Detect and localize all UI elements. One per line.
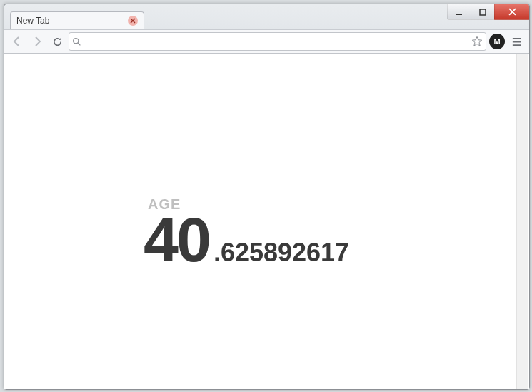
star-icon xyxy=(471,36,483,47)
back-button[interactable] xyxy=(9,33,26,50)
forward-button[interactable] xyxy=(29,33,46,50)
reload-button[interactable] xyxy=(49,33,66,50)
search-icon xyxy=(72,37,81,46)
browser-window: New Tab M xyxy=(4,4,530,390)
age-display: AGE 40 .625892617 xyxy=(144,196,349,271)
menu-button[interactable] xyxy=(508,33,525,50)
avatar-letter: M xyxy=(493,37,500,46)
browser-tab[interactable]: New Tab xyxy=(10,11,144,29)
tab-close-button[interactable] xyxy=(128,16,138,26)
age-value: 40 .625892617 xyxy=(144,208,349,271)
page-content: AGE 40 .625892617 xyxy=(4,54,529,389)
browser-toolbar: M xyxy=(4,29,529,54)
age-fraction: .625892617 xyxy=(214,238,349,268)
svg-point-2 xyxy=(74,38,79,43)
arrow-left-icon xyxy=(11,36,23,47)
profile-avatar[interactable]: M xyxy=(489,34,505,49)
address-input[interactable] xyxy=(84,34,466,49)
tab-strip: New Tab xyxy=(4,4,529,29)
bookmark-button[interactable] xyxy=(471,36,483,47)
close-icon xyxy=(130,18,136,24)
arrow-right-icon xyxy=(31,36,43,47)
tab-title: New Tab xyxy=(16,16,49,26)
reload-icon xyxy=(52,36,63,47)
age-integer: 40 xyxy=(144,208,209,271)
hamburger-icon xyxy=(511,36,522,47)
vertical-scrollbar[interactable] xyxy=(516,54,528,389)
address-bar[interactable] xyxy=(69,32,486,51)
